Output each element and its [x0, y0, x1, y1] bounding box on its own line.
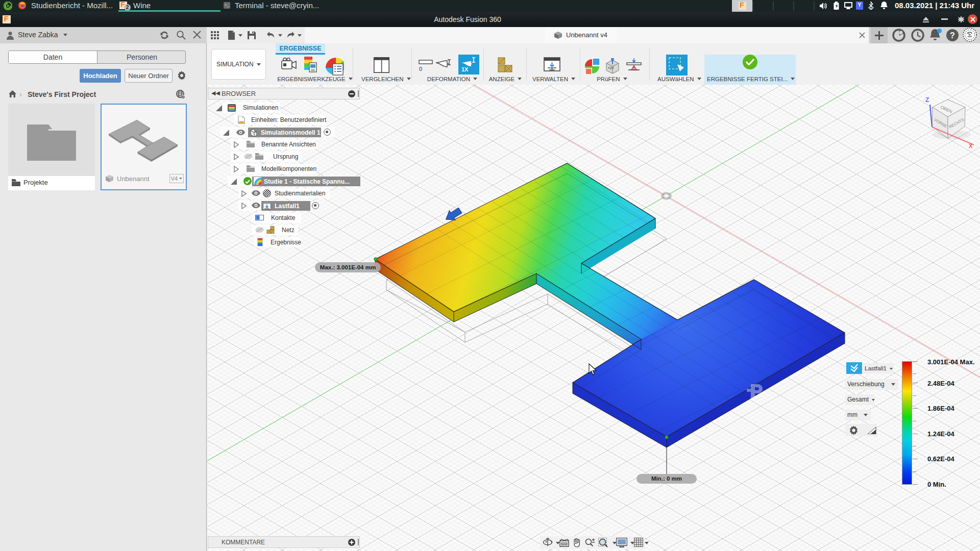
svg-text:1X: 1X [461, 66, 469, 72]
svg-text:?: ? [950, 31, 955, 40]
svg-text:xyz: xyz [608, 65, 614, 70]
svg-text:Z: Z [925, 96, 929, 104]
svg-text:X: X [969, 143, 973, 149]
svg-text:0: 0 [419, 66, 422, 72]
